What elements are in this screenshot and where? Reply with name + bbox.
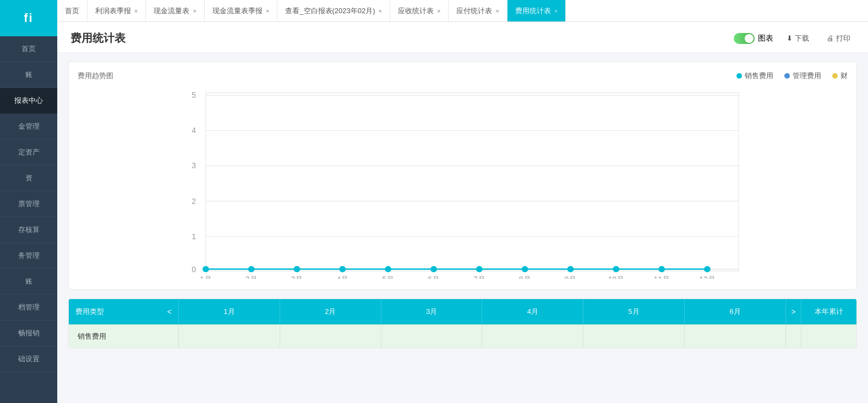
tab-cashflow-label: 现金流量表: [154, 6, 189, 16]
sidebar-item-services[interactable]: 务管理: [0, 243, 57, 269]
tab-receivable-close[interactable]: ×: [437, 8, 440, 14]
svg-text:5: 5: [192, 91, 196, 100]
svg-text:5月: 5月: [382, 275, 394, 279]
page-actions: 图表 ⬇ 下载 🖨 打印: [734, 31, 855, 46]
td-month-2: [280, 325, 381, 348]
tab-expense-label: 费用统计表: [515, 6, 551, 16]
legend-sales-expense: 销售费用: [736, 71, 773, 81]
download-label: 下载: [795, 34, 809, 43]
th-prev-arrow[interactable]: <: [167, 307, 172, 316]
td-month-4: [482, 325, 583, 348]
chart-legend: 销售费用 管理费用 财: [736, 71, 848, 81]
tab-receivable[interactable]: 应收统计表 ×: [390, 0, 449, 21]
download-button[interactable]: ⬇ 下载: [782, 31, 814, 46]
page-content: 费用统计表 图表 ⬇ 下载 🖨 打印 费用趋势图: [57, 22, 868, 403]
svg-point-31: [476, 266, 483, 273]
svg-text:4: 4: [192, 126, 196, 135]
td-type: 销售费用: [69, 325, 179, 348]
svg-text:11月: 11月: [653, 275, 670, 279]
svg-text:12月: 12月: [699, 275, 716, 279]
svg-text:10月: 10月: [608, 275, 625, 279]
main-area: 首页 利润表季报 × 现金流量表 × 现金流量表季报 × 查看_空白报表(202…: [57, 0, 868, 403]
sidebar-item-accounts[interactable]: 账: [0, 62, 57, 88]
expense-table: 费用类型 < 1月 2月 3月 4月 5月 6月 > 本年累计 销售费用: [68, 299, 857, 349]
table-row: 销售费用: [69, 324, 856, 348]
tab-home-label: 首页: [65, 6, 79, 16]
th-next-arrow[interactable]: >: [786, 299, 801, 324]
th-type-label: 费用类型: [75, 307, 104, 317]
chart-header: 费用趋势图 销售费用 管理费用 财: [78, 71, 848, 81]
tab-home[interactable]: 首页: [57, 0, 88, 21]
chart-toggle[interactable]: [734, 33, 755, 44]
legend-dot-finance: [832, 73, 838, 79]
th-month-1: 1月: [179, 299, 280, 324]
svg-text:9月: 9月: [565, 275, 577, 279]
tab-profit-close[interactable]: ×: [134, 8, 138, 14]
th-month-6: 6月: [685, 299, 786, 324]
sidebar-item-invoice[interactable]: 票管理: [0, 191, 57, 217]
legend-label-mgmt: 管理费用: [793, 71, 821, 81]
tab-cashflow-q-label: 现金流量表季报: [212, 6, 263, 16]
svg-text:4月: 4月: [336, 275, 348, 279]
th-month-4: 4月: [482, 299, 583, 324]
tab-cashflow[interactable]: 现金流量表 ×: [146, 0, 204, 21]
tab-payable[interactable]: 应付统计表 ×: [449, 0, 507, 21]
chart-title: 费用趋势图: [78, 71, 113, 81]
td-month-5: [583, 325, 685, 348]
svg-point-29: [385, 266, 391, 273]
svg-text:1月: 1月: [200, 275, 212, 279]
tab-profit[interactable]: 利润表季报 ×: [88, 0, 146, 21]
legend-finance-expense: 财: [832, 71, 848, 81]
sidebar-item-inventory[interactable]: 存核算: [0, 217, 57, 243]
sidebar-item-reports[interactable]: 报表中心: [0, 88, 57, 114]
tab-expense[interactable]: 费用统计表 ×: [507, 0, 566, 21]
sidebar-item-sales[interactable]: 畅报销: [0, 321, 57, 346]
sidebar-item-ledger[interactable]: 账: [0, 269, 57, 295]
svg-point-28: [340, 266, 346, 273]
download-icon: ⬇: [787, 34, 793, 42]
sidebar-item-assets[interactable]: 定资产: [0, 140, 57, 165]
tab-cashflow-q[interactable]: 现金流量表季报 ×: [205, 0, 277, 21]
chart-svg-wrap: 5 4 3 2 1 0 1月 2月: [78, 86, 848, 280]
tab-payable-label: 应付统计表: [456, 6, 492, 16]
svg-point-34: [613, 266, 620, 273]
th-total: 本年累计: [801, 299, 856, 324]
sidebar-item-home[interactable]: 首页: [0, 36, 57, 62]
page-header: 费用统计表 图表 ⬇ 下载 🖨 打印: [57, 22, 868, 53]
th-month-5: 5月: [583, 299, 685, 324]
svg-point-27: [294, 266, 301, 273]
legend-dot-sales: [736, 73, 742, 79]
svg-text:2月: 2月: [245, 275, 258, 279]
sidebar-item-settings[interactable]: 础设置: [0, 346, 57, 372]
tab-blank-report-close[interactable]: ×: [379, 8, 382, 14]
tab-bar: 首页 利润表季报 × 现金流量表 × 现金流量表季报 × 查看_空白报表(202…: [57, 0, 868, 22]
chart-container: 费用趋势图 销售费用 管理费用 财: [68, 62, 857, 290]
svg-point-35: [658, 266, 665, 273]
svg-text:8月: 8月: [519, 275, 531, 279]
td-month-1: [179, 325, 280, 348]
tab-blank-report[interactable]: 查看_空白报表(2023年02月) ×: [277, 0, 390, 21]
svg-point-30: [430, 266, 437, 273]
tab-cashflow-close[interactable]: ×: [193, 8, 196, 14]
print-button[interactable]: 🖨 打印: [822, 31, 855, 46]
tab-payable-close[interactable]: ×: [495, 8, 499, 14]
sidebar-item-resources[interactable]: 资: [0, 165, 57, 191]
svg-point-33: [567, 266, 574, 273]
th-month-2: 2月: [280, 299, 381, 324]
print-label: 打印: [836, 34, 850, 43]
svg-text:3月: 3月: [291, 275, 303, 279]
legend-label-sales: 销售费用: [745, 71, 773, 81]
svg-point-26: [248, 266, 255, 273]
chart-toggle-wrap: 图表: [734, 33, 773, 44]
next-arrow-icon[interactable]: >: [791, 307, 795, 316]
tab-blank-report-label: 查看_空白报表(2023年02月): [285, 6, 375, 16]
tab-expense-close[interactable]: ×: [554, 8, 558, 14]
td-month-6: [685, 325, 786, 348]
sidebar-item-finance[interactable]: 金管理: [0, 114, 57, 140]
tab-cashflow-q-close[interactable]: ×: [266, 8, 269, 14]
sidebar-item-archive[interactable]: 档管理: [0, 295, 57, 321]
svg-text:6月: 6月: [428, 275, 440, 279]
th-type: 费用类型 <: [69, 299, 179, 324]
tab-profit-label: 利润表季报: [95, 6, 131, 16]
legend-label-finance: 财: [840, 71, 848, 81]
